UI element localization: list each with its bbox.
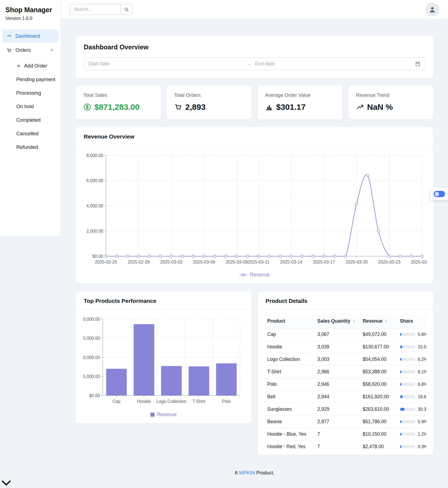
search-input[interactable]: [70, 4, 121, 15]
revenue-chart-area: $0.002,000.004,000.006,000.008,000.00202…: [76, 146, 433, 270]
column-header-sales-quantity[interactable]: Sales Quantity: [315, 314, 360, 328]
share-progress: [400, 433, 415, 436]
share-percentage: 6.8%: [418, 382, 426, 387]
app-version: Version 1.0.0: [5, 16, 55, 21]
svg-text:5,000.00: 5,000.00: [83, 336, 100, 341]
date-range-picker[interactable]: →: [84, 57, 425, 70]
bar-legend-icon: [150, 413, 154, 417]
stats-row: Total Sales$871,283.00Total Orders2,893A…: [76, 85, 433, 119]
svg-text:2,000.00: 2,000.00: [86, 229, 103, 233]
top-products-card: Top Products Performance $0.005,000.000,…: [76, 291, 252, 423]
sales-quantity: 7: [315, 441, 360, 453]
svg-text:0,000.00: 0,000.00: [83, 317, 100, 322]
dashboard-icon: [7, 33, 12, 39]
sidebar-item-dashboard[interactable]: Dashboard: [2, 29, 59, 43]
sidebar-item-cancelled[interactable]: Cancelled: [0, 127, 61, 140]
share-percentage: 30.3%: [418, 407, 426, 412]
revenue: $53,388.00: [360, 366, 397, 378]
share-percentage: 0.3%: [418, 444, 426, 449]
page-title: Dashboard Overview: [84, 43, 425, 51]
share-progress: [400, 358, 415, 361]
share-percentage: 1.2%: [418, 432, 426, 437]
orders-submenu: Add OrderPending paymentProcessingOn hol…: [0, 57, 61, 154]
avatar[interactable]: [425, 2, 439, 17]
product-name: Hoodie - Blue, Yes: [265, 428, 315, 441]
sidebar-item-pending-payment[interactable]: Pending payment: [0, 73, 61, 86]
main-content: Dashboard Overview → Total Sales$871,283…: [76, 19, 433, 476]
sidebar-item-label: Dashboard: [15, 33, 40, 39]
column-chart-icon: [265, 103, 273, 111]
plus-icon: [16, 63, 21, 68]
sort-icon: [384, 319, 388, 323]
sidebar-item-label: Orders: [15, 47, 31, 53]
stat-value: NaN %: [356, 102, 426, 112]
sidebar-item-completed[interactable]: Completed: [0, 113, 61, 127]
svg-text:2025-03-03: 2025-03-03: [160, 260, 182, 264]
brand: Shop Manager Version 1.0.0: [0, 4, 61, 29]
page: Shop Manager Version 1.0.0 Dashboard Ord…: [0, 0, 448, 488]
chevron-up-icon: [49, 48, 54, 53]
sidebar-item-on-hold[interactable]: On hold: [0, 100, 61, 113]
svg-text:2025-03-09: 2025-03-09: [226, 260, 248, 264]
column-header-revenue[interactable]: Revenue: [360, 314, 397, 328]
sidebar: Shop Manager Version 1.0.0 Dashboard Ord…: [0, 0, 61, 236]
arrow-right-icon: →: [245, 61, 255, 67]
table-row: Sunglasses2,929$263,610.0030.3%: [265, 403, 426, 416]
sidebar-item-processing[interactable]: Processing: [0, 86, 61, 100]
sales-quantity: 2,946: [315, 378, 360, 391]
sidebar-item-label: On hold: [16, 104, 34, 110]
svg-text:2025-03-06: 2025-03-06: [193, 260, 215, 264]
share-cell: 30.3%: [400, 407, 424, 412]
sales-quantity: 7: [315, 428, 360, 441]
end-date-input[interactable]: [255, 61, 412, 67]
svg-text:Cap: Cap: [112, 399, 120, 404]
search-button[interactable]: [121, 4, 133, 15]
svg-text:T-Shirt: T-Shirt: [192, 399, 205, 404]
legend-revenue-line[interactable]: Revenue: [76, 270, 433, 284]
bottom-grid: Top Products Performance $0.005,000.000,…: [76, 291, 433, 455]
share-percentage: 18.6%: [418, 394, 426, 399]
product-name: Cap: [265, 328, 315, 341]
line-legend-icon: [239, 273, 247, 277]
product-table-area: ProductSales QuantityRevenueShare Cap3,0…: [257, 310, 433, 455]
legend-label: Revenue: [157, 412, 176, 418]
sidebar-item-label: Pending payment: [16, 76, 55, 82]
stat-card-total-sales: Total Sales$871,283.00: [76, 85, 161, 119]
floating-toggle-panel[interactable]: [430, 188, 448, 200]
search-bar: [70, 4, 133, 15]
svg-text:2025-03-14: 2025-03-14: [280, 260, 302, 264]
table-row: Beanie2,877$51,786.005.9%: [265, 416, 426, 428]
revenue: $49,072.00: [360, 328, 397, 341]
sidebar-item-refunded[interactable]: Refunded: [0, 140, 61, 154]
sales-quantity: 2,929: [315, 403, 360, 416]
stat-label: Total Sales: [83, 92, 153, 98]
svg-text:2025-03-11: 2025-03-11: [248, 260, 270, 264]
share-progress: [400, 420, 415, 423]
share-percentage: 6.1%: [418, 370, 426, 374]
share-cell: 1.2%: [400, 432, 424, 437]
share-progress: [400, 345, 415, 348]
share-cell: 5.6%: [400, 332, 424, 337]
sales-quantity: 2,966: [315, 366, 360, 378]
table-row: Hoodie - Red, Yes7$2,478.000.3%: [265, 441, 426, 453]
wpkin-link[interactable]: WPKIN: [239, 470, 255, 476]
collapse-chevron[interactable]: [1, 480, 11, 486]
product-name: Hoodie - Red, Yes: [265, 441, 315, 453]
svg-text:Polo: Polo: [222, 399, 231, 404]
table-row: Hoodie3,039$130,677.0015.0%: [265, 341, 426, 353]
sidebar-item-orders[interactable]: Orders: [2, 43, 59, 57]
card-title: Product Details: [266, 298, 425, 304]
svg-text:0,000.00: 0,000.00: [83, 355, 100, 360]
start-date-input[interactable]: [88, 61, 245, 67]
toggle-knob: [435, 192, 439, 196]
legend-revenue-bar[interactable]: Revenue: [76, 410, 252, 423]
revenue: $51,786.00: [360, 416, 397, 428]
revenue: $263,610.00: [360, 403, 397, 416]
sidebar-item-add-order[interactable]: Add Order: [0, 59, 61, 73]
column-header-share: Share: [397, 314, 426, 328]
toggle-switch[interactable]: [434, 191, 445, 197]
chevron-down-icon: [1, 480, 11, 486]
footer: A WPKIN Product.: [76, 470, 433, 476]
share-progress: [400, 333, 415, 336]
table-header-row: ProductSales QuantityRevenueShare: [265, 314, 426, 328]
